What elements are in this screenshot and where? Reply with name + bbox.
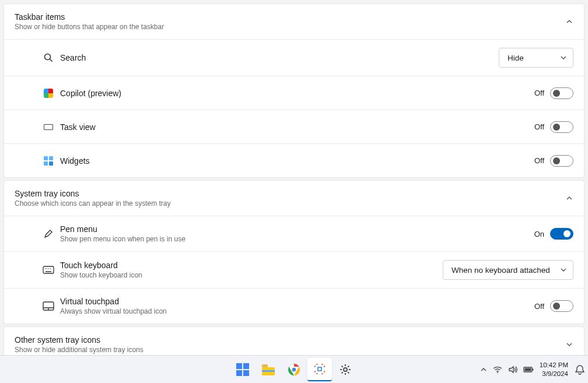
- chevron-down-icon: [560, 54, 567, 61]
- clock-date: 3/9/2024: [540, 370, 568, 378]
- wifi-icon[interactable]: [493, 366, 502, 373]
- row-label: Task view: [60, 122, 534, 132]
- row-taskview: Task view Off: [4, 110, 584, 143]
- row-label: Pen menu: [60, 224, 534, 234]
- settings-button[interactable]: [333, 358, 358, 381]
- copilot-toggle[interactable]: [550, 87, 573, 99]
- clock-time: 10:42 PM: [540, 361, 568, 369]
- snipping-tool-button[interactable]: [307, 358, 332, 381]
- row-sublabel: Always show virtual touchpad icon: [60, 307, 534, 315]
- row-widgets: Widgets Off: [4, 143, 584, 177]
- taskview-toggle[interactable]: [550, 121, 573, 133]
- toggle-state-label: Off: [534, 89, 544, 97]
- section-subtitle: Choose which icons can appear in the sys…: [15, 199, 565, 208]
- svg-point-7: [497, 372, 498, 373]
- chrome-button[interactable]: [282, 358, 306, 381]
- section-header-taskbar-items[interactable]: Taskbar items Show or hide buttons that …: [4, 4, 584, 39]
- row-copilot: Copilot (preview) Off: [4, 76, 584, 110]
- toggle-state-label: Off: [534, 122, 544, 131]
- taskview-icon: [43, 121, 54, 133]
- section-title: System tray icons: [15, 189, 565, 198]
- gear-icon: [339, 363, 352, 376]
- chevron-down-icon: [565, 340, 573, 349]
- snipping-tool-icon: [313, 363, 326, 375]
- section-title: Other system tray icons: [15, 335, 565, 345]
- keyboard-icon: [43, 264, 54, 276]
- battery-icon[interactable]: [523, 366, 534, 373]
- touch-keyboard-select[interactable]: When no keyboard attached: [443, 260, 573, 280]
- search-select[interactable]: Hide: [499, 48, 573, 68]
- row-sublabel: Show touch keyboard icon: [60, 271, 443, 279]
- tray-chevron-up-icon[interactable]: [480, 366, 487, 373]
- copilot-icon: [43, 87, 54, 99]
- svg-rect-9: [532, 368, 533, 370]
- widgets-icon: [43, 155, 54, 167]
- volume-icon[interactable]: [508, 366, 517, 374]
- row-label: Touch keyboard: [60, 261, 443, 270]
- taskbar-clock[interactable]: 10:42 PM 3/9/2024: [540, 361, 568, 378]
- toggle-state-label: Off: [534, 156, 544, 165]
- section-taskbar-items: Taskbar items Show or hide buttons that …: [4, 3, 584, 178]
- chevron-up-icon: [565, 17, 573, 26]
- pen-toggle[interactable]: [550, 228, 573, 240]
- chrome-icon: [288, 363, 300, 376]
- file-explorer-button[interactable]: [256, 358, 281, 381]
- search-icon: [43, 52, 54, 64]
- windows-taskbar: 10:42 PM 3/9/2024: [0, 355, 588, 383]
- section-subtitle: Show or hide additional system tray icon…: [15, 346, 565, 354]
- row-label: Widgets: [60, 156, 534, 166]
- row-pen-menu: Pen menu Show pen menu icon when pen is …: [4, 216, 584, 251]
- svg-rect-1: [43, 266, 54, 273]
- svg-point-5: [292, 367, 296, 372]
- windows-logo-icon: [236, 363, 249, 376]
- row-touch-keyboard: Touch keyboard Show touch keyboard icon …: [4, 251, 584, 288]
- chevron-down-icon: [560, 266, 567, 273]
- select-value: Hide: [508, 54, 524, 62]
- svg-point-6: [344, 368, 347, 371]
- section-system-tray: System tray icons Choose which icons can…: [4, 180, 584, 324]
- row-search: Search Hide: [4, 39, 584, 76]
- file-explorer-icon: [262, 364, 275, 375]
- notifications-icon[interactable]: [575, 364, 584, 375]
- row-label: Copilot (preview): [60, 89, 534, 98]
- toggle-state-label: On: [534, 230, 544, 238]
- svg-rect-10: [524, 368, 531, 371]
- start-button[interactable]: [230, 358, 255, 381]
- widgets-toggle[interactable]: [550, 155, 573, 167]
- section-subtitle: Show or hide buttons that appear on the …: [15, 23, 565, 31]
- row-label: Virtual touchpad: [60, 297, 534, 306]
- row-virtual-touchpad: Virtual touchpad Always show virtual tou…: [4, 288, 584, 324]
- row-label: Search: [60, 53, 499, 62]
- chevron-up-icon: [565, 194, 573, 202]
- toggle-state-label: Off: [534, 302, 544, 311]
- touchpad-icon: [43, 300, 54, 312]
- section-title: Taskbar items: [15, 12, 565, 22]
- section-header-system-tray[interactable]: System tray icons Choose which icons can…: [4, 181, 584, 216]
- vtouchpad-toggle[interactable]: [550, 300, 573, 312]
- select-value: When no keyboard attached: [452, 266, 550, 275]
- pen-icon: [43, 228, 54, 240]
- svg-point-0: [45, 54, 51, 60]
- row-sublabel: Show pen menu icon when pen is in use: [60, 235, 534, 243]
